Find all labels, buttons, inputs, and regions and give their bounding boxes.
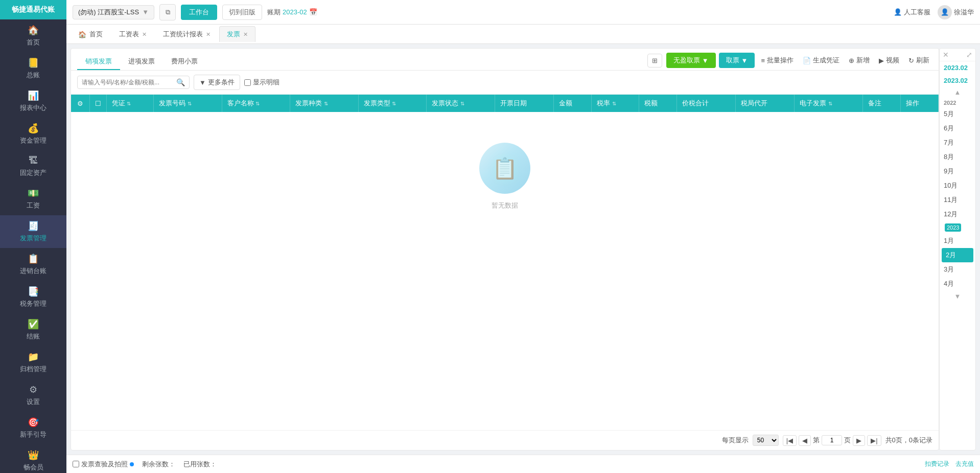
- date-entry-2022-6[interactable]: 6月: [940, 121, 975, 136]
- col-invoice-type1[interactable]: 发票种类 ⇅: [290, 95, 359, 112]
- gen-voucher-icon: 📄: [803, 57, 811, 64]
- company-name: (勿动) 江西股宝-LSS: [78, 8, 139, 17]
- bottom-bar: 发票查验及拍照 剩余张数： 已用张数： 扣费记录 去充值: [66, 455, 980, 473]
- sidebar-item-home[interactable]: 🏠 首页: [0, 19, 66, 52]
- col-customer[interactable]: 客户名称 ⇅: [222, 95, 290, 112]
- sidebar-item-label: 报表中心: [20, 103, 46, 112]
- sidebar-item-guide[interactable]: 🎯 新手引导: [0, 412, 66, 444]
- sidebar-item-ledger[interactable]: 📒 总账: [0, 52, 66, 85]
- date-entry-2023-1[interactable]: 1月: [940, 234, 975, 248]
- tab-payroll-report[interactable]: 工资统计报表 ✕: [155, 26, 218, 42]
- sidebar-item-member[interactable]: 👑 畅会员: [0, 444, 66, 473]
- date-entry-2022-7[interactable]: 7月: [940, 136, 975, 150]
- take-ticket-btn[interactable]: 取票 ▼: [719, 53, 755, 68]
- show-detail-checkbox[interactable]: [244, 79, 251, 86]
- sidebar-item-reports[interactable]: 📊 报表中心: [0, 85, 66, 118]
- col-tax-rate[interactable]: 税率 ⇅: [592, 95, 639, 112]
- subtab-expense[interactable]: 费用小票: [163, 54, 206, 70]
- date-panel-close-btn[interactable]: ✕: [943, 51, 949, 59]
- sidebar-item-close[interactable]: ✅ 结账: [0, 313, 66, 346]
- new-icon: ⊕: [849, 57, 854, 64]
- tab-home[interactable]: 🏠 首页: [71, 26, 110, 42]
- empty-state: 暂无数据: [71, 112, 939, 241]
- date-entry-2022-8[interactable]: 8月: [940, 150, 975, 164]
- tab-close-icon[interactable]: ✕: [206, 31, 211, 38]
- sales-icon: 📋: [28, 253, 39, 264]
- filter-btn[interactable]: ▼ 更多条件: [194, 75, 240, 90]
- total-records: 共0页，0条记录: [885, 436, 932, 445]
- subtab-purchase[interactable]: 进项发票: [120, 54, 163, 70]
- date-entry-2023-2[interactable]: 2月: [942, 248, 973, 262]
- company-selector[interactable]: (勿动) 江西股宝-LSS ▼: [73, 5, 154, 19]
- no-deduct-btn[interactable]: 无盈取票 ▼: [666, 53, 716, 68]
- dropdown-arrow-icon: ▼: [741, 57, 748, 64]
- sidebar-item-tax[interactable]: 📑 税务管理: [0, 281, 66, 313]
- refresh-label: 刷新: [916, 56, 929, 65]
- page-input[interactable]: [822, 435, 842, 445]
- first-page-btn[interactable]: |◀: [783, 435, 797, 446]
- page-nav: |◀ ◀ 第 页 ▶ ▶|: [783, 435, 881, 446]
- date-entry-2023-4[interactable]: 4月: [940, 277, 975, 291]
- date-entry-2022-5[interactable]: 5月: [940, 107, 975, 121]
- work-btn[interactable]: 工作台: [181, 5, 217, 20]
- last-page-btn[interactable]: ▶|: [867, 435, 881, 446]
- sidebar-item-sales[interactable]: 📋 进销台账: [0, 248, 66, 281]
- col-electronic[interactable]: 电子发票 ⇅: [795, 95, 863, 112]
- period-label: 账期: [267, 8, 281, 17]
- next-page-btn[interactable]: ▶: [853, 435, 865, 446]
- scroll-up-btn[interactable]: ▲: [940, 87, 975, 98]
- col-invoice-no[interactable]: 发票号码 ⇅: [154, 95, 222, 112]
- col-checkbox[interactable]: ☐: [89, 95, 106, 112]
- tab-invoice[interactable]: 发票 ✕: [219, 26, 255, 42]
- sidebar-item-label: 总账: [27, 71, 40, 80]
- date-entry-2022-12[interactable]: 12月: [940, 207, 975, 221]
- tab-payroll[interactable]: 工资表 ✕: [111, 26, 154, 42]
- date-entry-2022-9[interactable]: 9月: [940, 164, 975, 178]
- recharge-link[interactable]: 去充值: [955, 460, 974, 468]
- col-invoice-type2[interactable]: 发票类型 ⇅: [358, 95, 427, 112]
- sidebar-item-settings[interactable]: ⚙ 设置: [0, 379, 66, 412]
- prev-page-btn[interactable]: ◀: [799, 435, 811, 446]
- col-invoice-status[interactable]: 发票状态 ⇅: [427, 95, 495, 112]
- filter-toolbar: 🔍 ▼ 更多条件 显示明细: [71, 71, 939, 95]
- gen-voucher-btn[interactable]: 📄 生成凭证: [800, 53, 843, 67]
- date-entry-2022-11[interactable]: 11月: [940, 193, 975, 207]
- show-detail-label[interactable]: 显示明细: [244, 78, 279, 87]
- col-voucher[interactable]: 凭证 ⇅: [106, 95, 154, 112]
- user-menu[interactable]: 👤 徐溢华: [938, 5, 974, 19]
- page-size-select[interactable]: 50 10 20 100: [753, 435, 779, 446]
- subtabs: 销项发票 进项发票 费用小票 ⊞ 无盈取票 ▼ 取票 ▼: [71, 49, 939, 71]
- new-btn[interactable]: ⊕ 新增: [846, 53, 873, 67]
- date-panel-expand-btn[interactable]: ⤢: [966, 51, 972, 59]
- grid-icon-btn[interactable]: ⊞: [647, 54, 662, 67]
- sidebar-item-assets[interactable]: 🏗 固定资产: [0, 150, 66, 183]
- copy-btn[interactable]: ⧉: [159, 4, 176, 20]
- new-label: 新增: [856, 56, 870, 65]
- sidebar-item-archive[interactable]: 📁 归档管理: [0, 346, 66, 379]
- dropdown-arrow-icon: ▼: [702, 57, 709, 64]
- user-service-btn[interactable]: 👤 人工客服: [894, 8, 930, 17]
- scroll-down-btn[interactable]: ▼: [940, 291, 975, 302]
- sidebar-item-funds[interactable]: 💰 资金管理: [0, 118, 66, 150]
- date-entry-2022-10[interactable]: 10月: [940, 178, 975, 193]
- content-area: 销项发票 进项发票 费用小票 ⊞ 无盈取票 ▼ 取票 ▼: [66, 44, 980, 455]
- no-deduct-label: 无盈取票: [673, 56, 700, 65]
- search-input[interactable]: [82, 79, 173, 86]
- sidebar-item-payroll[interactable]: 💵 工资: [0, 183, 66, 215]
- fee-records-link[interactable]: 扣费记录: [925, 460, 949, 468]
- col-settings[interactable]: ⚙: [71, 95, 89, 112]
- tab-close-icon[interactable]: ✕: [243, 31, 248, 38]
- refresh-btn[interactable]: ↻ 刷新: [905, 53, 932, 67]
- subtab-sales[interactable]: 销项发票: [77, 54, 120, 70]
- sidebar-item-label: 发票管理: [20, 234, 46, 243]
- date-entry-top1[interactable]: 2023.02: [940, 61, 975, 74]
- switch-btn[interactable]: 切到旧版: [222, 5, 262, 20]
- video-btn[interactable]: ▶ 视频: [876, 53, 902, 67]
- ledger-icon: 📒: [28, 57, 39, 69]
- verify-checkbox[interactable]: [73, 461, 79, 467]
- date-entry-2023-3[interactable]: 3月: [940, 262, 975, 277]
- date-entry-top2[interactable]: 2023.02: [940, 74, 975, 87]
- sidebar-item-invoice[interactable]: 🧾 发票管理: [0, 215, 66, 248]
- tab-close-icon[interactable]: ✕: [142, 31, 147, 38]
- batch-op-btn[interactable]: ≡ 批量操作: [758, 53, 797, 67]
